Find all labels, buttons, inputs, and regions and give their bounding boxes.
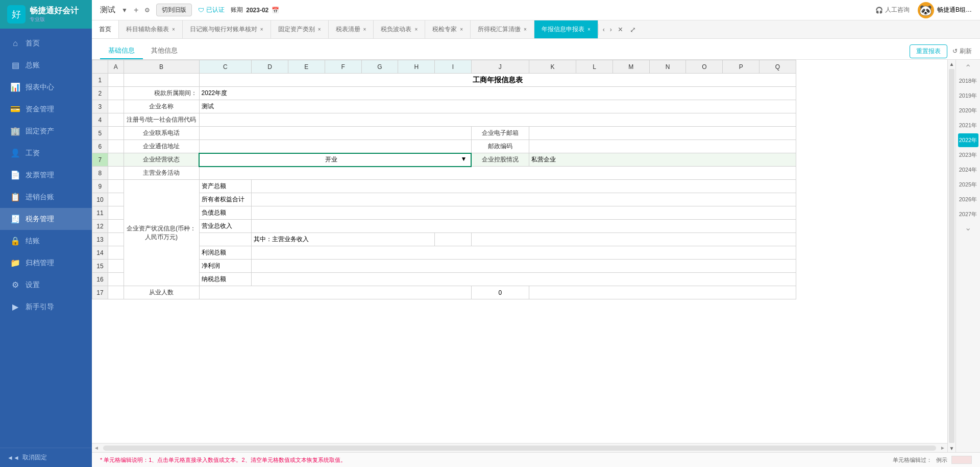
col-header-d[interactable]: D bbox=[252, 60, 288, 74]
tab-close-icon[interactable]: × bbox=[260, 27, 263, 32]
tab-close-icon[interactable]: × bbox=[318, 27, 321, 32]
sidebar-item-payroll[interactable]: 👤 工资 bbox=[0, 142, 92, 164]
scroll-up-btn[interactable]: ▲ bbox=[948, 60, 955, 68]
tab-close-all-button[interactable]: × bbox=[615, 24, 626, 35]
cell-2b[interactable]: 税款所属期间： bbox=[124, 87, 199, 100]
cell-13i[interactable] bbox=[435, 233, 472, 246]
v-scroll-thumb[interactable] bbox=[949, 69, 954, 443]
consult-button[interactable]: 🎧 人工咨询 bbox=[875, 6, 910, 14]
tab-auxiliary-balance[interactable]: 科目辅助余额表 × bbox=[119, 20, 183, 39]
cell-4a[interactable] bbox=[108, 113, 124, 127]
calendar-icon[interactable]: 📅 bbox=[272, 7, 279, 14]
tab-close-icon[interactable]: × bbox=[363, 27, 366, 32]
tab-tax-burden[interactable]: 税负波动表 × bbox=[374, 20, 425, 39]
cell-12c[interactable]: 营业总收入 bbox=[199, 220, 252, 233]
year-2019[interactable]: 2019年 bbox=[958, 89, 978, 103]
col-header-b[interactable]: B bbox=[124, 60, 199, 74]
sidebar-collapse-btn[interactable]: ◄◄ 取消固定 bbox=[0, 448, 92, 467]
col-header-c[interactable]: C bbox=[199, 60, 252, 74]
year-2023[interactable]: 2023年 bbox=[958, 148, 978, 162]
tab-annual-report[interactable]: 年报信息申报表 × bbox=[534, 20, 598, 39]
cell-5c[interactable] bbox=[199, 127, 471, 140]
cell-16d[interactable] bbox=[252, 273, 796, 286]
year-2021[interactable]: 2021年 bbox=[958, 119, 978, 132]
cell-17c[interactable] bbox=[199, 286, 471, 299]
cell-17a[interactable] bbox=[108, 286, 124, 299]
vertical-scrollbar[interactable]: ▲ ▼ bbox=[947, 60, 955, 452]
cell-4c[interactable] bbox=[199, 113, 796, 127]
sidebar-item-tax[interactable]: 🧾 税务管理 bbox=[0, 208, 92, 230]
cell-3a[interactable] bbox=[108, 100, 124, 113]
user-menu[interactable]: 🐼 畅捷通B组… bbox=[918, 2, 972, 18]
cell-5j[interactable]: 企业电子邮箱 bbox=[471, 127, 529, 140]
col-header-o[interactable]: O bbox=[686, 60, 723, 74]
year-2025[interactable]: 2025年 bbox=[958, 178, 978, 192]
cell-9d[interactable] bbox=[252, 180, 796, 193]
scroll-right-btn[interactable]: ► bbox=[938, 445, 947, 451]
cell-9c[interactable]: 资产总额 bbox=[199, 180, 252, 193]
settings-button[interactable]: ⚙ bbox=[144, 7, 150, 14]
tab-close-icon[interactable]: × bbox=[414, 27, 418, 32]
col-header-f[interactable]: F bbox=[325, 60, 361, 74]
year-2020[interactable]: 2020年 bbox=[958, 104, 978, 118]
cell-10c[interactable]: 所有者权益合计 bbox=[199, 193, 252, 206]
cell-5a[interactable] bbox=[108, 127, 124, 140]
cell-5b[interactable]: 企业联系电话 bbox=[124, 127, 199, 140]
year-nav-up-btn[interactable]: ⌃ bbox=[964, 62, 972, 74]
col-header-h[interactable]: H bbox=[398, 60, 435, 74]
cell-7a[interactable] bbox=[108, 153, 124, 167]
spreadsheet-container[interactable]: A B C D E F G H I J bbox=[92, 60, 947, 443]
cell-7b[interactable]: 企业经营状态 bbox=[124, 153, 199, 167]
sidebar-item-funds[interactable]: 💳 资金管理 bbox=[0, 98, 92, 120]
scroll-down-btn[interactable]: ▼ bbox=[948, 444, 955, 452]
cell-1a[interactable] bbox=[108, 74, 124, 87]
col-header-a[interactable]: A bbox=[108, 60, 124, 74]
tab-prev-button[interactable]: ‹ bbox=[601, 25, 607, 34]
cell-6j[interactable]: 邮政编码 bbox=[471, 140, 529, 153]
col-header-i[interactable]: I bbox=[435, 60, 472, 74]
cell-3b[interactable]: 企业名称 bbox=[124, 100, 199, 113]
cell-9a[interactable] bbox=[108, 180, 124, 193]
cell-4b[interactable]: 注册号/统一社会信用代码 bbox=[124, 113, 199, 127]
sidebar-item-reports[interactable]: 📊 报表中心 bbox=[0, 76, 92, 98]
cell-12d[interactable] bbox=[252, 220, 796, 233]
year-nav-down-btn[interactable]: ⌄ bbox=[964, 222, 972, 233]
tab-bank-reconcile[interactable]: 日记账与银行对账单核对 × bbox=[183, 20, 271, 39]
sidebar-item-closing[interactable]: 🔒 结账 bbox=[0, 230, 92, 252]
tab-close-icon[interactable]: × bbox=[587, 27, 591, 32]
cell-13j[interactable] bbox=[471, 233, 796, 246]
dropdown-arrow[interactable]: ▼ bbox=[121, 7, 128, 14]
col-header-j[interactable]: J bbox=[471, 60, 529, 74]
col-header-m[interactable]: M bbox=[612, 60, 649, 74]
tab-other-info[interactable]: 其他信息 bbox=[143, 43, 186, 59]
sidebar-item-invoices[interactable]: 📄 发票管理 bbox=[0, 164, 92, 186]
reset-report-button[interactable]: 重置报表 bbox=[910, 44, 947, 58]
tab-home[interactable]: 首页 bbox=[92, 20, 119, 39]
cell-7k[interactable]: 私营企业 bbox=[529, 153, 796, 167]
year-2018[interactable]: 2018年 bbox=[958, 74, 978, 88]
horizontal-scrollbar[interactable]: ◄ ► bbox=[92, 443, 947, 452]
cell-17j[interactable]: 0 bbox=[471, 286, 529, 299]
tab-close-icon[interactable]: × bbox=[172, 27, 175, 32]
year-2022[interactable]: 2022年 bbox=[958, 133, 978, 147]
cell-5k[interactable] bbox=[529, 127, 796, 140]
old-version-button[interactable]: 切到旧版 bbox=[156, 4, 192, 16]
cell-6c[interactable] bbox=[199, 140, 471, 153]
cell-7c-dropdown[interactable]: 开业 ▼ bbox=[199, 153, 471, 167]
cell-11c[interactable]: 负债总额 bbox=[199, 206, 252, 220]
sidebar-item-guide[interactable]: ▶ 新手引导 bbox=[0, 296, 92, 318]
cell-15a[interactable] bbox=[108, 260, 124, 273]
cell-13c[interactable] bbox=[199, 233, 252, 246]
col-header-e[interactable]: E bbox=[288, 60, 325, 74]
cell-3c[interactable]: 测试 bbox=[199, 100, 796, 113]
cell-14d[interactable] bbox=[252, 246, 796, 260]
tab-tax-expert[interactable]: 税检专家 × bbox=[425, 20, 471, 39]
cell-10a[interactable] bbox=[108, 193, 124, 206]
tab-tax-table[interactable]: 税表清册 × bbox=[329, 20, 374, 39]
cell-8b[interactable]: 主营业务活动 bbox=[124, 167, 199, 180]
cell-17b[interactable]: 从业人数 bbox=[124, 286, 199, 299]
sidebar-item-fixed-assets[interactable]: 🏢 固定资产 bbox=[0, 120, 92, 142]
cell-1c-title[interactable]: 工商年报信息表 bbox=[199, 74, 796, 87]
cell-14a[interactable] bbox=[108, 246, 124, 260]
refresh-button[interactable]: ↺ 刷新 bbox=[952, 47, 972, 56]
